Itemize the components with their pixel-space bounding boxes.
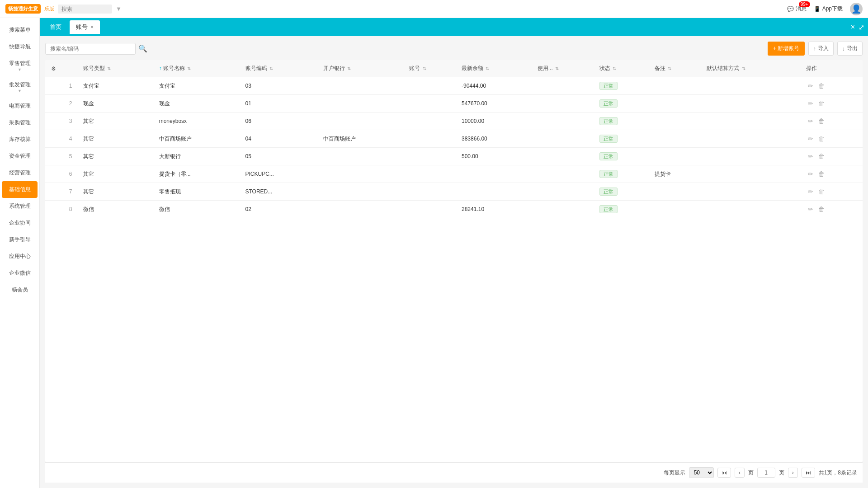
page-number-input[interactable]: [757, 468, 775, 478]
delete-button[interactable]: 🗑: [816, 187, 826, 196]
first-page-button[interactable]: ⏮: [717, 468, 731, 478]
edit-button[interactable]: ✏: [806, 187, 815, 196]
edit-button[interactable]: ✏: [806, 152, 815, 161]
col-name-label: 账号名称: [163, 65, 185, 71]
sidebar-item-quicknav[interactable]: 快捷导航: [0, 38, 39, 55]
col-type-label: 账号类型: [83, 65, 105, 71]
delete-button[interactable]: 🗑: [816, 81, 826, 90]
prev-page-button[interactable]: ‹: [735, 468, 745, 478]
row-account: [406, 77, 458, 95]
sidebar-item-wechat[interactable]: 企业微信: [0, 265, 39, 282]
col-remark[interactable]: 备注 ⇅: [651, 60, 703, 77]
row-bank: [320, 148, 406, 165]
delete-button[interactable]: 🗑: [816, 205, 826, 214]
row-balance: 10000.00: [458, 113, 534, 130]
pagination: 每页显示 50 20 100 ⏮ ‹ 页 页 › ⏭ 共1页，8条记录: [45, 462, 863, 483]
col-account-label: 账号: [409, 65, 420, 71]
sidebar-item-basic-info[interactable]: 基础信息: [2, 181, 38, 198]
row-default-settlement: [703, 77, 802, 95]
row-usage: [534, 201, 596, 218]
row-remark: [651, 95, 703, 113]
row-type: 微信: [80, 201, 156, 218]
row-settings-cell: [45, 201, 61, 218]
row-name: 微信: [156, 201, 242, 218]
row-index: 1: [61, 77, 80, 95]
export-button[interactable]: ↓ 导出: [837, 42, 863, 56]
edit-button[interactable]: ✏: [806, 81, 815, 90]
search-button[interactable]: 🔍: [138, 44, 147, 53]
tab-maximize-button[interactable]: ⤢: [859, 23, 864, 32]
row-usage: [534, 130, 596, 148]
tab-restore-button[interactable]: ×: [851, 23, 855, 32]
sidebar-item-operation[interactable]: 经营管理: [0, 164, 39, 181]
delete-button[interactable]: 🗑: [816, 169, 826, 178]
sidebar-item-app-center[interactable]: 应用中心: [0, 248, 39, 265]
next-page-button[interactable]: ›: [788, 468, 798, 478]
table-row: 2 现金 现金 01 547670.00 正常 ✏ 🗑: [45, 95, 863, 113]
row-type: 其它: [80, 183, 156, 201]
edit-button[interactable]: ✏: [806, 134, 815, 143]
col-type[interactable]: 账号类型 ⇅: [80, 60, 156, 77]
row-usage: [534, 165, 596, 183]
tab-bar: 首页 账号 × × ⤢: [40, 18, 868, 36]
row-account: [406, 113, 458, 130]
col-default-settlement[interactable]: 默认结算方式 ⇅: [703, 60, 802, 77]
edit-button[interactable]: ✏: [806, 117, 815, 126]
tab-home[interactable]: 首页: [43, 20, 68, 34]
row-type: 其它: [80, 113, 156, 130]
sidebar-item-member[interactable]: 畅会员: [0, 282, 39, 298]
import-button[interactable]: ↑ 导入: [808, 42, 834, 56]
sidebar-item-enterprise[interactable]: 企业协同: [0, 215, 39, 231]
message-icon: 💬: [787, 6, 794, 12]
edit-button[interactable]: ✏: [806, 205, 815, 214]
col-balance[interactable]: 最新余额 ⇅: [458, 60, 534, 77]
page-label: 页: [748, 469, 754, 477]
row-balance: 28241.10: [458, 201, 534, 218]
row-index: 2: [61, 95, 80, 113]
settings-icon[interactable]: ⚙: [51, 66, 56, 72]
sidebar-item-wholesale[interactable]: 批发管理 ▼: [0, 76, 39, 98]
col-bank[interactable]: 开户银行 ⇅: [320, 60, 406, 77]
col-name[interactable]: ↑ 账号名称 ⇅: [156, 60, 242, 77]
row-name: moneybosx: [156, 113, 242, 130]
row-remark: 提货卡: [651, 165, 703, 183]
col-type-sort: ⇅: [107, 66, 111, 71]
row-status: 正常: [596, 148, 651, 165]
delete-button[interactable]: 🗑: [816, 134, 826, 143]
per-page-select[interactable]: 50 20 100: [689, 467, 714, 478]
dropdown-icon[interactable]: ▼: [116, 5, 122, 12]
delete-button[interactable]: 🗑: [816, 152, 826, 161]
sidebar-item-inventory[interactable]: 库存核算: [0, 131, 39, 148]
toolbar: 🔍 + 新增账号 ↑ 导入 ↓ 导出: [45, 42, 863, 56]
sidebar-item-purchase[interactable]: 采购管理: [0, 114, 39, 131]
message-button[interactable]: 💬 消息 99+: [787, 5, 807, 13]
sidebar-item-retail[interactable]: 零售管理 ▼: [0, 55, 39, 76]
sidebar-item-finance[interactable]: 资金管理: [0, 148, 39, 164]
col-account[interactable]: 账号 ⇅: [406, 60, 458, 77]
tab-account[interactable]: 账号 ×: [70, 20, 100, 34]
total-label: 共1页，8条记录: [819, 469, 857, 477]
edit-button[interactable]: ✏: [806, 99, 815, 108]
delete-button[interactable]: 🗑: [816, 99, 826, 108]
top-search-input[interactable]: [58, 5, 112, 14]
search-input[interactable]: [45, 43, 136, 55]
edit-button[interactable]: ✏: [806, 169, 815, 178]
sidebar-item-ecommerce[interactable]: 电商管理: [0, 98, 39, 114]
add-account-button[interactable]: + 新增账号: [768, 42, 805, 56]
last-page-button[interactable]: ⏭: [802, 468, 815, 478]
sidebar-item-system[interactable]: 系统管理: [0, 198, 39, 215]
status-badge: 正常: [599, 205, 618, 213]
tab-close-icon[interactable]: ×: [90, 24, 94, 30]
sidebar-item-guide[interactable]: 新手引导: [0, 231, 39, 248]
col-bank-label: 开户银行: [323, 65, 345, 71]
delete-button[interactable]: 🗑: [816, 117, 826, 126]
app-download-button[interactable]: 📱 App下载: [814, 5, 843, 13]
col-status[interactable]: 状态 ⇅: [596, 60, 651, 77]
col-balance-sort: ⇅: [486, 66, 489, 71]
row-status: 正常: [596, 130, 651, 148]
col-code[interactable]: 账号编码 ⇅: [242, 60, 320, 77]
col-usage[interactable]: 使用... ⇅: [534, 60, 596, 77]
sidebar-item-search[interactable]: 搜索菜单: [0, 22, 39, 38]
avatar[interactable]: 👤: [850, 3, 863, 15]
col-bank-sort: ⇅: [347, 66, 351, 71]
